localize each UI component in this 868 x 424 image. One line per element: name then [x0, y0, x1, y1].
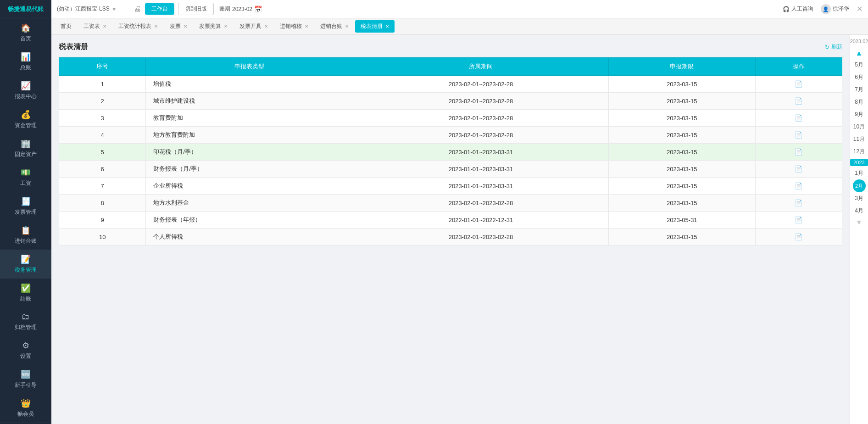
tabbar: 首页 工资表 ✕ 工资统计报表 ✕ 发票 ✕ 发票测算 ✕ 发票开具 ✕ 进销稽…	[51, 18, 868, 35]
sidebar-item-settings[interactable]: ⚙ 设置	[0, 336, 51, 365]
table-row: 8 地方水利基金 2023-02-01~2023-02-28 2023-03-1…	[59, 195, 842, 212]
sidebar-item-label: 结账	[20, 295, 31, 303]
close-window-icon[interactable]: ✕	[857, 5, 862, 13]
col-action: 操作	[755, 58, 842, 76]
company-name: (勿动）江西报宝-LSS	[57, 5, 110, 13]
panel-month-5[interactable]: 5月	[850, 59, 868, 71]
workbench-button[interactable]: 工作台	[145, 3, 174, 15]
cell-deadline: 2023-03-15	[609, 195, 755, 212]
cell-action[interactable]: 📄	[755, 127, 842, 144]
cell-action[interactable]: 📄	[755, 195, 842, 212]
tab-invoice-issue[interactable]: 发票开具 ✕	[234, 20, 273, 33]
panel-year-label: 2023.02	[849, 37, 868, 46]
switch-old-button[interactable]: 切到旧版	[178, 3, 214, 15]
panel-up-button[interactable]: ▲	[853, 48, 866, 59]
action-icon[interactable]: 📄	[795, 216, 802, 223]
tab-invoice[interactable]: 发票 ✕	[164, 20, 193, 33]
sidebar-item-salary[interactable]: 💵 工资	[0, 163, 51, 192]
refresh-icon: ↻	[825, 44, 829, 50]
sidebar-item-tax[interactable]: 📝 税务管理	[0, 250, 51, 279]
cell-period: 2023-02-01~2023-02-28	[353, 110, 608, 127]
sidebar-item-fixed-assets[interactable]: 🏢 固定资产	[0, 134, 51, 163]
period-selector[interactable]: 账期 2023-02 📅	[219, 5, 262, 13]
panel-month-7[interactable]: 7月	[850, 84, 868, 96]
panel-year-2023: 2023	[850, 159, 868, 166]
archive-icon: 🗂	[22, 312, 30, 322]
ai-consult-button[interactable]: 🎧 人工咨询	[783, 5, 813, 13]
tab-invoice-calc[interactable]: 发票测算 ✕	[194, 20, 233, 33]
sidebar-item-purchase-sales[interactable]: 📋 进销台账	[0, 221, 51, 250]
cell-action[interactable]: 📄	[755, 178, 842, 195]
close-tab-invoice-calc[interactable]: ✕	[224, 24, 228, 29]
tab-home[interactable]: 首页	[55, 20, 77, 33]
action-icon[interactable]: 📄	[795, 233, 802, 240]
sidebar-item-invoice[interactable]: 🧾 发票管理	[0, 192, 51, 221]
close-tab-purchase-ledger[interactable]: ✕	[345, 24, 349, 29]
action-icon[interactable]: 📄	[795, 131, 802, 139]
panel-month-6[interactable]: 6月	[850, 71, 868, 84]
close-tab-invoice[interactable]: ✕	[184, 24, 187, 29]
guide-icon: 🆕	[21, 369, 31, 379]
action-icon[interactable]: 📄	[795, 165, 802, 173]
tab-salary-stats[interactable]: 工资统计报表 ✕	[113, 20, 163, 33]
panel-month-10[interactable]: 10月	[850, 121, 868, 133]
company-selector[interactable]: (勿动）江西报宝-LSS ▼	[57, 5, 130, 13]
action-icon[interactable]: 📄	[795, 80, 802, 88]
close-tab-salary-stats[interactable]: ✕	[154, 24, 158, 29]
action-icon[interactable]: 📄	[795, 182, 802, 190]
close-tab-invoice-issue[interactable]: ✕	[264, 24, 268, 29]
cell-action[interactable]: 📄	[755, 93, 842, 110]
col-period: 所属期间	[353, 58, 608, 76]
close-tab-salary[interactable]: ✕	[103, 24, 106, 29]
tab-salary-table[interactable]: 工资表 ✕	[78, 20, 112, 33]
sidebar-item-archive[interactable]: 🗂 归档管理	[0, 307, 51, 336]
sidebar: 畅捷通易代账 🏠 首页 📊 总账 📈 报表中心 💰 资金管理 🏢 固定资产 💵 …	[0, 0, 51, 424]
tab-tax-register[interactable]: 税表清册 ✕	[355, 20, 395, 33]
tab-purchase-audit[interactable]: 进销稽核 ✕	[274, 20, 314, 33]
date-panel: 2023.02 ▲ 5月 6月 7月 8月 9月 10月 11月 12月 202…	[850, 35, 868, 424]
panel-month-1[interactable]: 1月	[850, 167, 868, 179]
panel-month-3[interactable]: 3月	[850, 192, 868, 205]
action-icon[interactable]: 📄	[795, 97, 802, 105]
cell-action[interactable]: 📄	[755, 212, 842, 229]
cell-action[interactable]: 📄	[755, 144, 842, 161]
panel-month-11[interactable]: 11月	[850, 133, 868, 145]
sidebar-item-ledger[interactable]: 📊 总账	[0, 47, 51, 76]
panel-month-8[interactable]: 8月	[850, 96, 868, 108]
panel-month-4[interactable]: 4月	[850, 205, 868, 217]
panel-month-12[interactable]: 12月	[850, 145, 868, 158]
tab-salary-label: 工资表	[83, 22, 100, 30]
cell-deadline: 2023-03-15	[609, 127, 755, 144]
panel-month-9[interactable]: 9月	[850, 108, 868, 121]
cell-period: 2023-02-01~2023-02-28	[353, 127, 608, 144]
sidebar-item-guide[interactable]: 🆕 新手引导	[0, 365, 51, 394]
action-icon[interactable]: 📄	[795, 199, 802, 206]
panel-down-button[interactable]: ▼	[853, 217, 866, 228]
tab-purchase-ledger[interactable]: 进销台账 ✕	[315, 20, 354, 33]
user-profile[interactable]: 👤 徐泽华	[821, 4, 849, 14]
table-row: 4 地方教育费附加 2023-02-01~2023-02-28 2023-03-…	[59, 127, 842, 144]
print-icon[interactable]: 🖨	[134, 5, 141, 13]
sidebar-item-close-accounts[interactable]: ✅ 结账	[0, 279, 51, 307]
panel-month-2-active[interactable]: 2月	[853, 179, 866, 192]
table-row: 3 教育费附加 2023-02-01~2023-02-28 2023-03-15…	[59, 110, 842, 127]
cell-action[interactable]: 📄	[755, 161, 842, 178]
action-icon[interactable]: 📄	[795, 114, 802, 122]
table-row: 7 企业所得税 2023-01-01~2023-03-31 2023-03-15…	[59, 178, 842, 195]
close-tab-tax-register[interactable]: ✕	[385, 24, 389, 29]
cell-action[interactable]: 📄	[755, 76, 842, 93]
sidebar-item-label: 首页	[20, 35, 31, 43]
sidebar-item-funds[interactable]: 💰 资金管理	[0, 105, 51, 134]
sidebar-item-report-center[interactable]: 📈 报表中心	[0, 76, 51, 105]
building-icon: 🏢	[21, 139, 31, 149]
cell-type: 城市维护建设税	[146, 93, 353, 110]
cell-period: 2023-02-01~2023-02-28	[353, 195, 608, 212]
action-icon[interactable]: 📄	[795, 148, 802, 156]
cell-action[interactable]: 📄	[755, 110, 842, 127]
sidebar-item-home[interactable]: 🏠 首页	[0, 18, 51, 47]
refresh-button[interactable]: ↻ 刷新	[825, 43, 842, 51]
cell-action[interactable]: 📄	[755, 229, 842, 245]
tab-invoice-calc-label: 发票测算	[199, 22, 221, 30]
close-tab-purchase-audit[interactable]: ✕	[305, 24, 308, 29]
sidebar-item-member[interactable]: 👑 畅会员	[0, 394, 51, 423]
